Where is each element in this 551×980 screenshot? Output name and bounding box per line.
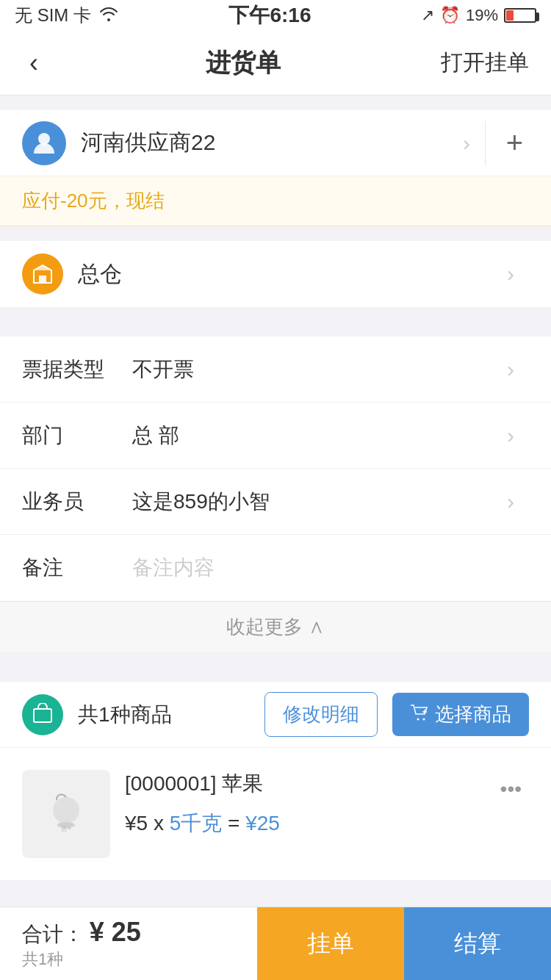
footer-total-row: 合计： ¥ 25 bbox=[22, 917, 235, 948]
select-products-button[interactable]: 选择商品 bbox=[392, 693, 529, 736]
status-left: 无 SIM 卡 bbox=[15, 4, 119, 27]
supplier-name: 河南供应商22 bbox=[81, 128, 463, 158]
product-info: [0000001] 苹果 ¥5 x 5千克 = ¥25 bbox=[125, 770, 478, 837]
footer-total-label: 合计： bbox=[22, 923, 84, 945]
wifi-icon bbox=[98, 5, 119, 26]
settle-button[interactable]: 结算 bbox=[404, 907, 551, 981]
collapse-button[interactable]: 收起更多 ∧ bbox=[0, 601, 551, 652]
svg-point-3 bbox=[417, 718, 419, 721]
supplier-card: 河南供应商22 › + 应付-20元，现结 bbox=[0, 110, 551, 226]
footer-total-count: 共1种 bbox=[22, 948, 235, 970]
supplier-row[interactable]: 河南供应商22 › + bbox=[0, 110, 551, 176]
battery-icon bbox=[504, 8, 536, 23]
warehouse-icon bbox=[22, 253, 63, 295]
invoice-type-label: 票据类型 bbox=[22, 356, 118, 383]
products-section: 共1种商品 修改明细 选择商品 兽+ bbox=[0, 682, 551, 880]
salesman-chevron-icon: › bbox=[507, 489, 514, 514]
products-icon bbox=[22, 694, 63, 735]
hang-button[interactable]: 挂单 bbox=[257, 907, 404, 981]
salesman-value: 这是859的小智 bbox=[118, 488, 507, 516]
product-total: ¥25 bbox=[245, 812, 280, 835]
svg-point-7 bbox=[53, 797, 79, 824]
product-code: [0000001] bbox=[125, 772, 217, 795]
footer-total-amount: ¥ 25 bbox=[90, 917, 141, 947]
warehouse-card[interactable]: 总仓 › bbox=[0, 241, 551, 307]
carrier-text: 无 SIM 卡 bbox=[15, 4, 91, 27]
product-price: ¥5 x 5千克 = ¥25 bbox=[125, 810, 478, 837]
alarm-icon: ⏰ bbox=[440, 6, 460, 25]
supplier-avatar bbox=[22, 121, 66, 165]
warehouse-chevron-icon: › bbox=[507, 262, 514, 287]
location-icon: ↗ bbox=[421, 6, 434, 25]
product-name: [0000001] 苹果 bbox=[125, 770, 478, 798]
product-thumbnail: 兽+ bbox=[22, 770, 110, 858]
section-gap-1 bbox=[0, 96, 551, 110]
invoice-type-row[interactable]: 票据类型 不开票 › bbox=[0, 336, 551, 403]
invoice-chevron-icon: › bbox=[507, 357, 514, 382]
salesman-label: 业务员 bbox=[22, 488, 118, 516]
section-gap-2 bbox=[0, 226, 551, 241]
open-hang-button[interactable]: 打开挂单 bbox=[441, 48, 529, 78]
department-value: 总 部 bbox=[118, 422, 507, 450]
product-quantity: 5千克 bbox=[170, 812, 223, 835]
svg-point-0 bbox=[38, 133, 50, 145]
svg-point-4 bbox=[423, 718, 425, 721]
status-time: 下午6:16 bbox=[228, 1, 311, 29]
svg-rect-1 bbox=[39, 275, 46, 283]
remark-label: 备注 bbox=[22, 554, 118, 582]
select-products-label: 选择商品 bbox=[435, 702, 511, 727]
battery-percent: 19% bbox=[466, 6, 498, 25]
salesman-row[interactable]: 业务员 这是859的小智 › bbox=[0, 469, 551, 535]
products-header: 共1种商品 修改明细 选择商品 bbox=[0, 682, 551, 748]
page-title: 进货单 bbox=[206, 46, 281, 80]
remark-row[interactable]: 备注 备注内容 bbox=[0, 535, 551, 601]
product-title: 苹果 bbox=[222, 772, 263, 795]
products-count: 共1种商品 bbox=[78, 701, 250, 729]
product-item: 兽+ [0000001] 苹果 ¥5 x 5千克 = ¥25 ••• bbox=[0, 748, 551, 880]
warning-banner: 应付-20元，现结 bbox=[0, 176, 551, 226]
department-label: 部门 bbox=[22, 422, 118, 450]
product-menu-button[interactable]: ••• bbox=[493, 770, 529, 808]
remark-input[interactable]: 备注内容 bbox=[118, 554, 529, 582]
section-gap-4 bbox=[0, 652, 551, 667]
svg-text:兽+: 兽+ bbox=[61, 825, 71, 832]
add-supplier-button[interactable]: + bbox=[485, 121, 529, 165]
department-chevron-icon: › bbox=[507, 423, 514, 448]
warehouse-name: 总仓 bbox=[78, 259, 507, 289]
back-button[interactable]: ‹ bbox=[22, 40, 46, 86]
status-bar: 无 SIM 卡 下午6:16 ↗ ⏰ 19% bbox=[0, 0, 551, 31]
section-gap-3 bbox=[0, 307, 551, 322]
edit-details-button[interactable]: 修改明细 bbox=[264, 692, 378, 737]
footer: 合计： ¥ 25 共1种 挂单 结算 bbox=[0, 907, 551, 980]
department-row[interactable]: 部门 总 部 › bbox=[0, 403, 551, 469]
invoice-type-value: 不开票 bbox=[118, 356, 507, 383]
chevron-right-icon: › bbox=[463, 131, 470, 156]
nav-bar: ‹ 进货单 打开挂单 bbox=[0, 31, 551, 96]
warehouse-row[interactable]: 总仓 › bbox=[0, 241, 551, 307]
svg-rect-2 bbox=[34, 709, 51, 722]
cart-icon bbox=[410, 703, 429, 726]
footer-total: 合计： ¥ 25 共1种 bbox=[0, 917, 257, 970]
status-right: ↗ ⏰ 19% bbox=[421, 6, 536, 25]
form-section: 票据类型 不开票 › 部门 总 部 › 业务员 这是859的小智 › 备注 备注… bbox=[0, 336, 551, 601]
